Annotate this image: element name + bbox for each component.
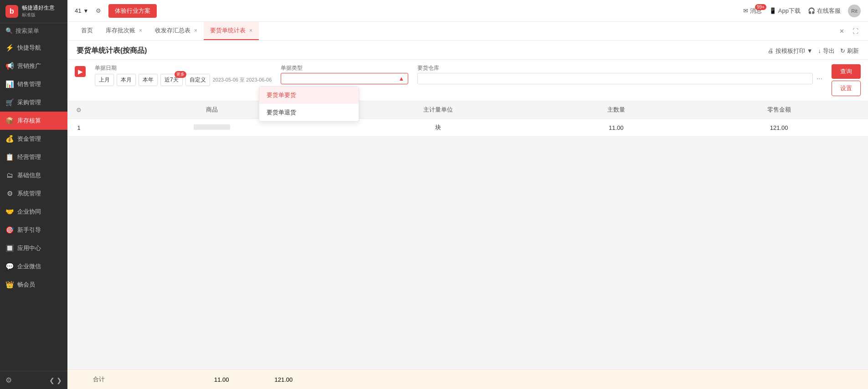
export-button[interactable]: ↓ 导出 xyxy=(818,47,835,55)
sidebar-item-guide[interactable]: 🎯 新手引导 xyxy=(0,221,67,239)
tab-order-stats[interactable]: 要货单统计表 × xyxy=(204,22,259,40)
guide-icon: 🎯 xyxy=(5,226,14,234)
sidebar-item-operation[interactable]: 📋 经营管理 xyxy=(0,148,67,166)
type-filter-input[interactable] xyxy=(285,75,398,82)
online-service-button[interactable]: 🎧 在线客服 xyxy=(808,7,841,15)
tab-inventory-batch-label: 库存批次账 xyxy=(106,26,135,35)
date-filter-row: 上月 本月 本年 近7天 更多 自定义 2023-05-06 至 2023-06… xyxy=(95,74,272,86)
query-actions: 查询 设置 xyxy=(832,64,861,96)
finance-icon: 💰 xyxy=(5,135,14,143)
page-content: 要货单统计表(按商品) 🖨 按模板打印 ▼ ↓ 导出 ↻ 刷新 ▶ xyxy=(67,41,868,389)
more-badge: 更多 xyxy=(175,71,186,78)
print-button[interactable]: 🖨 按模板打印 ▼ xyxy=(768,47,813,55)
print-label: 按模板打印 xyxy=(776,47,805,55)
dropdown-item-order-goods[interactable]: 要货单要货 xyxy=(259,87,359,104)
table-row: 1 块 11.00 121.00 xyxy=(67,119,868,137)
custom-date-button[interactable]: 自定义 xyxy=(185,74,210,86)
total-quantity-value: 11.00 xyxy=(214,376,229,383)
tab-order-stats-close[interactable]: × xyxy=(249,27,252,34)
this-month-button[interactable]: 本月 xyxy=(117,74,136,86)
data-table: ⚙ 商品 主计量单位 主数量 零售金额 1 块 xyxy=(67,101,868,137)
tab-receive-summary-label: 收发存汇总表 xyxy=(155,26,190,35)
search-label: 搜索菜单 xyxy=(15,27,39,35)
query-button[interactable]: 查询 xyxy=(832,64,861,79)
app-logo: b 畅捷通好生意 标准版 xyxy=(0,0,67,23)
sidebar-nav: ⚡ 快捷导航 📢 营销推广 📊 销售管理 🛒 采购管理 📦 库存核算 💰 资金管… xyxy=(0,39,67,371)
online-service-label: 在线客服 xyxy=(817,7,841,15)
refresh-button[interactable]: ↻ 刷新 xyxy=(840,47,859,55)
sidebar-collapse-icon[interactable]: ❮ ❯ xyxy=(49,377,62,384)
sidebar-item-finance[interactable]: 💰 资金管理 xyxy=(0,130,67,148)
message-button[interactable]: ✉ 消息 99+ xyxy=(743,7,762,15)
dropdown-item-order-return[interactable]: 要货单退货 xyxy=(259,104,359,121)
cell-index: 1 xyxy=(67,119,90,137)
col-quantity-header: 主数量 xyxy=(542,101,690,119)
filter-bar: ▶ 单据日期 上月 本月 本年 近7天 更多 自定义 2023-05-06 至 … xyxy=(67,60,868,101)
7days-wrapper: 近7天 更多 xyxy=(160,74,183,86)
sidebar-item-label: 资金管理 xyxy=(17,135,41,143)
warehouse-filter-input-wrapper[interactable] xyxy=(417,73,812,84)
sidebar-item-purchase[interactable]: 🛒 采购管理 xyxy=(0,93,67,112)
chevron-down-icon: ▼ xyxy=(83,8,88,14)
sidebar-item-label: 快捷导航 xyxy=(17,44,41,52)
sidebar-item-quick-nav[interactable]: ⚡ 快捷导航 xyxy=(0,39,67,57)
type-filter-input-wrapper[interactable]: ▲ xyxy=(281,73,408,84)
table-wrapper: ⚙ 商品 主计量单位 主数量 零售金额 1 块 xyxy=(67,101,868,369)
total-label: 合计 xyxy=(75,375,105,384)
sidebar-item-inventory[interactable]: 📦 库存核算 xyxy=(0,112,67,130)
store-selector[interactable]: 41 ▼ xyxy=(75,7,88,14)
dropdown-item-order-return-label: 要货单退货 xyxy=(267,109,296,116)
tab-inventory-batch[interactable]: 库存批次账 × xyxy=(99,22,149,40)
column-settings-icon[interactable]: ⚙ xyxy=(76,107,82,113)
tab-expand-button[interactable]: ⛶ xyxy=(850,26,861,36)
sidebar-item-marketing[interactable]: 📢 营销推广 xyxy=(0,57,67,75)
sidebar-settings-icon[interactable]: ⚙ xyxy=(5,376,12,384)
app-name: 畅捷通好生意 xyxy=(22,5,55,12)
warehouse-filter-row: ··· xyxy=(417,73,822,84)
type-filter-chevron-icon[interactable]: ▲ xyxy=(398,75,404,82)
sidebar-search[interactable]: 🔍 搜索菜单 xyxy=(0,23,67,39)
sidebar-item-label: 新手引导 xyxy=(17,226,41,234)
avatar[interactable]: Rit xyxy=(848,5,861,17)
sidebar-item-basic[interactable]: 🗂 基础信息 xyxy=(0,166,67,184)
this-year-button[interactable]: 本年 xyxy=(139,74,158,86)
topbar-gear-button[interactable]: ⚙ xyxy=(92,5,105,17)
warehouse-filter-input[interactable] xyxy=(421,75,808,82)
filter-expand-button[interactable]: ▶ xyxy=(75,66,86,77)
export-label: 导出 xyxy=(823,47,835,55)
total-quantity-item: 11.00 xyxy=(114,376,229,383)
enterprise-icon: 🤝 xyxy=(5,208,14,216)
quick-nav-icon: ⚡ xyxy=(5,44,14,52)
app-center-icon: 🔲 xyxy=(5,244,14,252)
dropdown-item-order-goods-label: 要货单要货 xyxy=(267,92,296,98)
warehouse-more-icon[interactable]: ··· xyxy=(817,75,822,83)
cell-amount: 121.00 xyxy=(690,119,868,137)
sidebar-item-wechat[interactable]: 💬 企业微信 xyxy=(0,257,67,276)
sidebar-item-vip[interactable]: 👑 畅会员 xyxy=(0,276,67,294)
message-badge: 99+ xyxy=(755,4,766,10)
tab-receive-summary-close[interactable]: × xyxy=(194,27,197,34)
table-header-row: ⚙ 商品 主计量单位 主数量 零售金额 xyxy=(67,101,868,119)
type-dropdown: 要货单要货 要货单退货 xyxy=(259,86,359,122)
sidebar-bottom: ⚙ ❮ ❯ xyxy=(0,371,67,389)
trial-button[interactable]: 体验行业方案 xyxy=(108,4,157,18)
sidebar-item-sales[interactable]: 📊 销售管理 xyxy=(0,75,67,93)
sidebar-item-app-center[interactable]: 🔲 应用中心 xyxy=(0,239,67,257)
tab-receive-summary[interactable]: 收发存汇总表 × xyxy=(149,22,204,40)
warehouse-filter-label: 要货仓库 xyxy=(417,64,822,72)
tab-home[interactable]: 首页 xyxy=(75,22,99,40)
basic-icon: 🗂 xyxy=(5,171,14,179)
sidebar-item-system[interactable]: ⚙ 系统管理 xyxy=(0,184,67,203)
cell-unit: 块 xyxy=(334,119,543,137)
tab-inventory-batch-close[interactable]: × xyxy=(139,27,142,34)
col-setting[interactable]: ⚙ xyxy=(67,101,90,119)
tab-close-all-button[interactable]: ✕ xyxy=(836,26,847,36)
system-icon: ⚙ xyxy=(5,189,14,198)
prev-month-button[interactable]: 上月 xyxy=(95,74,114,86)
settings-button[interactable]: 设置 xyxy=(832,81,861,96)
sidebar-item-enterprise[interactable]: 🤝 企业协同 xyxy=(0,203,67,221)
header-actions: 🖨 按模板打印 ▼ ↓ 导出 ↻ 刷新 xyxy=(768,47,859,55)
app-download-button[interactable]: 📱 App下载 xyxy=(769,7,801,15)
print-icon: 🖨 xyxy=(768,47,774,54)
inventory-icon: 📦 xyxy=(5,117,14,125)
